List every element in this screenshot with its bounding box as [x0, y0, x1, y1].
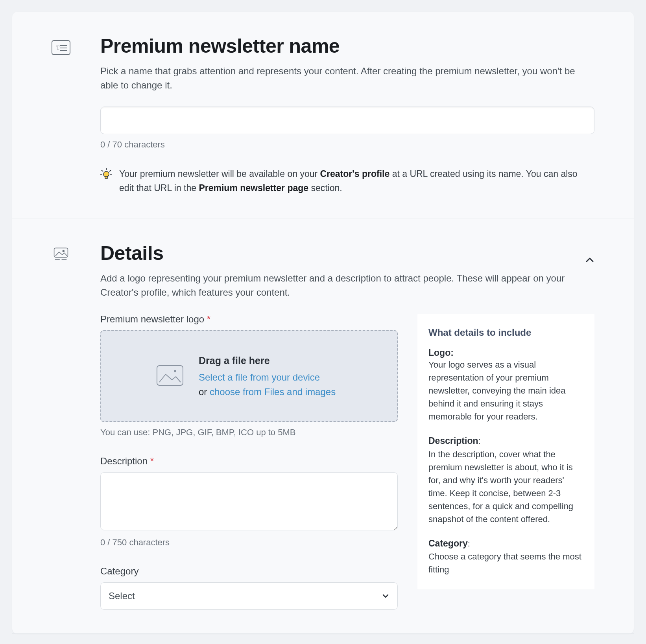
name-description: Pick a name that grabs attention and rep… — [100, 64, 594, 92]
drag-title: Drag a file here — [199, 353, 336, 368]
image-placeholder-icon — [156, 365, 184, 388]
category-select[interactable]: Select — [100, 582, 398, 610]
logo-label: Premium newsletter logo * — [100, 314, 398, 325]
svg-point-10 — [103, 171, 109, 177]
svg-rect-11 — [105, 177, 107, 178]
svg-point-13 — [63, 250, 64, 252]
svg-text:T: T — [56, 45, 60, 51]
description-textarea[interactable] — [100, 472, 398, 530]
svg-rect-12 — [54, 248, 68, 258]
svg-line-7 — [109, 170, 111, 171]
chevron-up-icon — [585, 255, 594, 265]
details-section: Details Add a logo representing your pre… — [12, 219, 634, 634]
description-field: Description * 0 / 750 characters — [100, 456, 398, 548]
logo-dropzone[interactable]: Drag a file here Select a file from your… — [100, 330, 398, 422]
logo-helper: You can use: PNG, JPG, GIF, BMP, ICO up … — [100, 427, 398, 438]
info-logo-body: Your logo serves as a visual representat… — [428, 358, 583, 423]
newsletter-name-section: T Premium newsletter name Pick a name th… — [12, 12, 634, 219]
description-label: Description * — [100, 456, 398, 467]
or-text: or — [199, 386, 210, 397]
text-input-icon: T — [52, 40, 70, 57]
lightbulb-icon — [100, 168, 112, 181]
details-description: Add a logo representing your premium new… — [100, 271, 594, 300]
category-field: Category Select — [100, 566, 398, 610]
svg-point-17 — [174, 370, 176, 372]
info-desc-label: Description — [428, 436, 478, 446]
svg-line-6 — [102, 170, 103, 171]
image-details-icon — [52, 247, 70, 264]
category-selected-value: Select — [109, 591, 135, 602]
choose-files-link[interactable]: choose from Files and images — [210, 386, 336, 397]
info-logo-label: Logo: — [428, 348, 583, 358]
svg-rect-16 — [157, 366, 183, 385]
info-heading: What details to include — [428, 327, 583, 338]
name-title: Premium newsletter name — [100, 35, 594, 57]
name-char-counter: 0 / 70 characters — [100, 140, 594, 150]
info-panel: What details to include Logo: Your logo … — [417, 314, 594, 589]
info-desc-body: In the description, cover what the premi… — [428, 448, 583, 526]
select-file-link[interactable]: Select a file from your device — [199, 372, 320, 383]
settings-card: T Premium newsletter name Pick a name th… — [12, 12, 634, 634]
collapse-toggle[interactable] — [585, 255, 594, 266]
description-char-counter: 0 / 750 characters — [100, 537, 398, 548]
chevron-down-icon — [382, 592, 389, 600]
info-cat-label: Category — [428, 538, 468, 548]
tip-text: Your premium newsletter will be availabl… — [119, 167, 594, 195]
category-label: Category — [100, 566, 398, 577]
logo-field: Premium newsletter logo * — [100, 314, 398, 438]
details-title: Details — [100, 243, 594, 264]
newsletter-name-input[interactable] — [100, 107, 594, 134]
info-cat-body: Choose a category that seems the most fi… — [428, 550, 583, 576]
tip-row: Your premium newsletter will be availabl… — [100, 167, 594, 195]
